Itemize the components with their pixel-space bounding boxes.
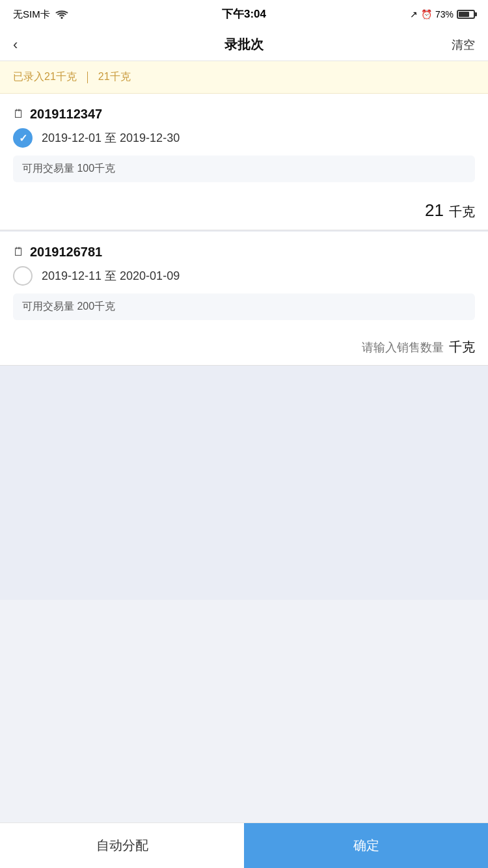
status-bar: 无SIM卡 下午3:04 ↗ ⏰ 73% bbox=[0, 0, 488, 29]
batch1-avail: 可用交易量 100千克 bbox=[13, 156, 475, 182]
alarm-icon: ⏰ bbox=[421, 9, 432, 20]
batch2-header: 🗒 2019126781 bbox=[13, 245, 475, 260]
recorded-amount: 21千克 bbox=[98, 70, 131, 84]
batch1-card: 🗒 2019112347 2019-12-01 至 2019-12-30 可用交… bbox=[0, 94, 488, 193]
info-divider bbox=[87, 72, 88, 83]
clear-button[interactable]: 清空 bbox=[452, 37, 475, 53]
auto-distribute-button[interactable]: 自动分配 bbox=[0, 823, 244, 868]
page-title: 录批次 bbox=[224, 36, 264, 53]
batch1-amount-value: 21 bbox=[425, 200, 444, 221]
batch2-card: 🗒 2019126781 2019-12-11 至 2020-01-09 可用交… bbox=[0, 232, 488, 331]
batch1-amount-unit: 千克 bbox=[449, 203, 475, 221]
status-left: 无SIM卡 bbox=[13, 8, 68, 21]
no-sim-label: 无SIM卡 bbox=[13, 8, 50, 21]
battery-percent: 73% bbox=[435, 9, 454, 20]
confirm-button[interactable]: 确定 bbox=[244, 823, 488, 868]
back-button[interactable]: ‹ bbox=[13, 36, 39, 53]
batch1-radio[interactable] bbox=[13, 128, 33, 148]
batch2-avail: 可用交易量 200千克 bbox=[13, 293, 475, 320]
batch2-row: 2019-12-11 至 2020-01-09 bbox=[13, 266, 475, 286]
svg-point-0 bbox=[61, 17, 62, 19]
batch2-input-row[interactable]: 千克 bbox=[0, 331, 488, 366]
status-time: 下午3:04 bbox=[222, 7, 266, 21]
batch1-row: 2019-12-01 至 2019-12-30 bbox=[13, 128, 475, 148]
battery-icon bbox=[457, 10, 475, 19]
empty-area bbox=[0, 366, 488, 600]
batch1-header: 🗒 2019112347 bbox=[13, 107, 475, 122]
info-bar: 已录入21千克 21千克 bbox=[0, 61, 488, 94]
batch2-id: 2019126781 bbox=[30, 245, 102, 260]
batch1-date-range: 2019-12-01 至 2019-12-30 bbox=[42, 130, 180, 146]
nav-bar: ‹ 录批次 清空 bbox=[0, 29, 488, 61]
wifi-icon bbox=[55, 10, 68, 20]
batch2-unit: 千克 bbox=[449, 338, 475, 356]
recorded-label: 已录入21千克 bbox=[13, 70, 77, 84]
batch2-date-range: 2019-12-11 至 2020-01-09 bbox=[42, 268, 180, 284]
batch2-doc-icon: 🗒 bbox=[13, 245, 25, 259]
status-right: ↗ ⏰ 73% bbox=[410, 9, 475, 20]
batch2-quantity-input[interactable] bbox=[314, 341, 444, 355]
batch1-doc-icon: 🗒 bbox=[13, 107, 25, 121]
batch1-id: 2019112347 bbox=[30, 107, 102, 122]
location-icon: ↗ bbox=[410, 9, 418, 20]
batch2-radio[interactable] bbox=[13, 266, 33, 286]
bottom-bar: 自动分配 确定 bbox=[0, 822, 488, 868]
batch1-amount-row: 21 千克 bbox=[0, 193, 488, 230]
